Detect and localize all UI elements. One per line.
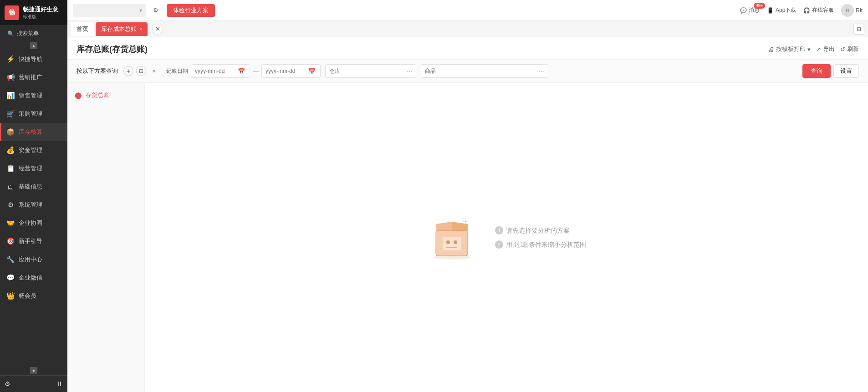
date-start-input[interactable] xyxy=(195,68,236,74)
tabbar-right: ⊡ xyxy=(853,24,864,35)
logo-icon: 畅 xyxy=(5,5,19,20)
sidebar-item-label-operation: 经营管理 xyxy=(19,164,42,173)
topbar-promo-button[interactable]: 体验行业方案 xyxy=(167,4,215,17)
export-btn[interactable]: ↗ 导出 xyxy=(816,45,835,53)
sales-icon: 📊 xyxy=(6,91,15,100)
sidebar-bottom: ⚙ ⏸ xyxy=(0,375,67,392)
nav-placeholder-text xyxy=(77,7,97,14)
operation-icon: 📋 xyxy=(6,164,15,173)
sidebar-item-label-marketing: 营销推广 xyxy=(19,73,42,81)
member-icon: 👑 xyxy=(6,291,15,300)
sidebar-menu: ⚡ 快捷导航 📢 营销推广 📊 销售管理 🛒 采购管理 📦 库存核算 💰 资金管… xyxy=(0,50,67,366)
scroll-down-btn[interactable]: ▼ xyxy=(30,367,37,374)
sidebar-search-item[interactable]: 🔍 搜索菜单 xyxy=(0,26,67,41)
topbar-gear-button[interactable]: ⚙ xyxy=(149,4,162,17)
filter-scheme-btn[interactable]: ⊡ xyxy=(136,66,146,76)
marketing-icon: 📢 xyxy=(6,73,15,82)
product-select[interactable]: 商品 ··· xyxy=(421,64,548,78)
empty-hint-2: 2 用[过滤]条件来缩小分析范围 xyxy=(495,238,586,252)
step-1-num: 1 xyxy=(495,226,503,234)
sidebar-search-label: 搜索菜单 xyxy=(17,30,39,37)
sidebar-item-label-inventory: 库存核算 xyxy=(19,128,42,136)
tab-close-icon[interactable]: × xyxy=(139,26,142,32)
filter-action-btns: 查询 设置 xyxy=(802,64,859,78)
sidebar-item-system[interactable]: ⚙ 系统管理 xyxy=(0,196,67,214)
newbie-icon: 🎯 xyxy=(6,237,15,246)
enterprise-icon: 🤝 xyxy=(6,219,15,228)
sidebar-item-purchase[interactable]: 🛒 采购管理 xyxy=(0,105,67,123)
svg-marker-1 xyxy=(436,222,452,231)
tab-panel-close-btn[interactable]: ✕ xyxy=(152,24,163,35)
empty-hint-1-label: 请先选择要分析的方案 xyxy=(506,224,570,238)
svg-point-5 xyxy=(446,240,450,244)
sidebar-item-newbie[interactable]: 🎯 新手引导 xyxy=(0,232,67,250)
warehouse-select[interactable]: 仓库 ··· xyxy=(325,64,416,78)
date-filter-group: 记账日期 📅 — 📅 xyxy=(166,64,321,78)
sidebar-item-label-system: 系统管理 xyxy=(19,201,42,209)
sidebar-item-inventory[interactable]: 📦 库存核算 xyxy=(0,123,67,141)
topbar-app-download-btn[interactable]: 📱 App下载 xyxy=(767,6,796,14)
page-title: 库存总账(存货总账) xyxy=(77,44,148,55)
content-area: ⬤ 存货总账 xyxy=(67,83,868,392)
svg-rect-4 xyxy=(443,237,461,250)
quick-nav-icon: ⚡ xyxy=(6,55,15,64)
print-template-label: 按模板打印 xyxy=(776,45,806,53)
date-start-input-wrap[interactable]: 📅 xyxy=(191,64,250,78)
empty-content: 1 请先选择要分析的方案 2 用[过滤]条件来缩小分析范围 xyxy=(427,215,586,260)
scroll-up-btn[interactable]: ▲ xyxy=(30,42,37,49)
print-template-btn[interactable]: 🖨 按模板打印 ▾ xyxy=(768,45,811,53)
basic-icon: 🗂 xyxy=(6,182,15,191)
nav-arrow-icon: ▾ xyxy=(139,7,142,14)
sidebar-item-finance[interactable]: 💰 资金管理 xyxy=(0,141,67,159)
svg-rect-7 xyxy=(446,247,457,248)
sidebar-logo: 畅 畅捷通好生意 标准版 xyxy=(0,0,67,26)
warehouse-filter-group: 仓库 ··· xyxy=(325,64,416,78)
main-area: ▾ ⚙ 体验行业方案 💬 消息 99+ 📱 App下载 🎧 在线客服 R xyxy=(67,0,868,392)
empty-state-area: 1 请先选择要分析的方案 2 用[过滤]条件来缩小分析范围 xyxy=(145,83,868,392)
sidebar-item-operation[interactable]: 📋 经营管理 xyxy=(0,159,67,178)
tab-expand-icon[interactable]: ⊡ xyxy=(853,24,864,35)
scheme-item-icon: ⬤ xyxy=(75,92,82,99)
sidebar-item-quick-nav[interactable]: ⚡ 快捷导航 xyxy=(0,50,67,68)
collapse-icon[interactable]: ⏸ xyxy=(56,380,63,387)
date-separator: — xyxy=(253,68,259,75)
sidebar-item-sales[interactable]: 📊 销售管理 xyxy=(0,87,67,105)
sidebar-item-label-sales: 销售管理 xyxy=(19,92,42,100)
sidebar-item-enterprise-wx[interactable]: 💬 企业微信 xyxy=(0,269,67,287)
sidebar-item-marketing[interactable]: 📢 营销推广 xyxy=(0,68,67,87)
tab-home[interactable]: 首页 xyxy=(71,22,94,36)
topbar-user-btn[interactable]: R Rit xyxy=(841,4,863,17)
topbar-online-service-btn[interactable]: 🎧 在线客服 xyxy=(803,6,834,14)
sidebar-item-label-quick-nav: 快捷导航 xyxy=(19,55,42,63)
sidebar-item-label-basic: 基础信息 xyxy=(19,183,42,191)
topbar-nav-dropdown[interactable]: ▾ xyxy=(73,4,146,17)
refresh-btn[interactable]: ↺ 刷新 xyxy=(840,45,859,53)
empty-hint-2-label: 用[过滤]条件来缩小分析范围 xyxy=(506,238,586,252)
sidebar-item-app-center[interactable]: 🔧 应用中心 xyxy=(0,250,67,269)
sidebar-item-enterprise[interactable]: 🤝 企业协同 xyxy=(0,214,67,232)
settings-button[interactable]: 设置 xyxy=(833,64,859,78)
filter-collapse-btn[interactable]: « xyxy=(149,66,159,76)
sidebar-item-member[interactable]: 👑 畅会员 xyxy=(0,287,67,305)
brand-name: 畅捷通好生意 xyxy=(23,6,58,14)
product-more-icon: ··· xyxy=(539,67,544,75)
tab-home-label: 首页 xyxy=(77,25,88,33)
avatar-placeholder: R xyxy=(846,8,849,13)
tab-inventory-ledger[interactable]: 库存成本总账 × xyxy=(96,22,148,36)
user-avatar: R xyxy=(841,4,854,17)
purchase-icon: 🛒 xyxy=(6,109,15,118)
calendar-end-icon[interactable]: 📅 xyxy=(308,68,316,75)
settings-icon[interactable]: ⚙ xyxy=(5,380,10,387)
query-button[interactable]: 查询 xyxy=(802,64,831,78)
topbar-right: 💬 消息 99+ 📱 App下载 🎧 在线客服 R Rit xyxy=(740,4,863,17)
date-filter-label: 记账日期 xyxy=(166,67,188,75)
date-end-input[interactable] xyxy=(266,68,306,74)
scheme-item-inventory-ledger[interactable]: ⬤ 存货总账 xyxy=(67,87,144,103)
date-end-input-wrap[interactable]: 📅 xyxy=(261,64,321,78)
sidebar: 畅 畅捷通好生意 标准版 🔍 搜索菜单 ▲ ⚡ 快捷导航 📢 营销推广 📊 销售… xyxy=(0,0,67,392)
calendar-start-icon[interactable]: 📅 xyxy=(238,68,245,75)
filter-add-btn[interactable]: + xyxy=(123,66,133,76)
sidebar-item-basic[interactable]: 🗂 基础信息 xyxy=(0,178,67,196)
topbar-message-btn[interactable]: 💬 消息 99+ xyxy=(740,6,760,14)
inventory-icon: 📦 xyxy=(6,127,15,137)
